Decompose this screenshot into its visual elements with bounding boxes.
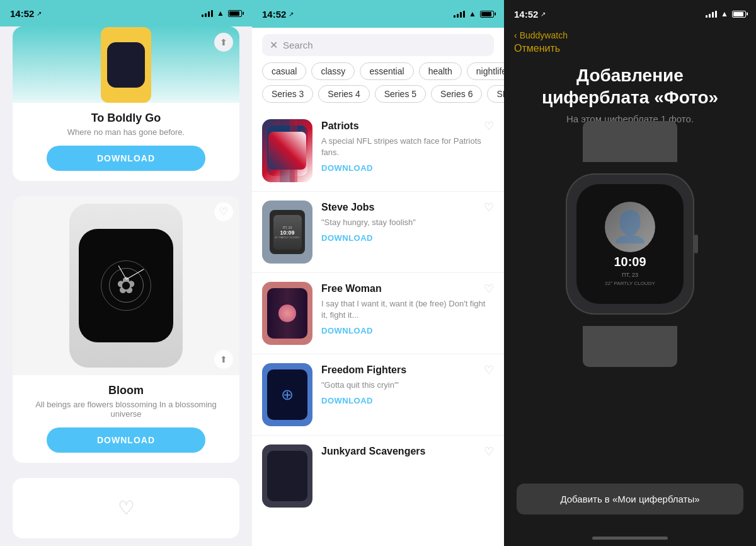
watch-face-small-1 [107, 42, 145, 88]
status-bar-1: 14:52 ↗ ▲ [0, 0, 252, 26]
watch-list: Patriots ♡ A special NFL stripes watch f… [252, 110, 504, 546]
download-button-1[interactable]: DOWNLOAD [47, 146, 205, 171]
jobs-time: 10:09 [280, 229, 294, 236]
tag-series6[interactable]: Series 6 [431, 85, 482, 103]
watch-thumb-freewoman [262, 282, 312, 345]
heart-icon-freewoman[interactable]: ♡ [484, 282, 494, 296]
tag-essential[interactable]: essential [360, 62, 413, 80]
wifi-icon-1: ▲ [217, 9, 224, 18]
time-display-2: 14:52 [262, 9, 286, 20]
cancel-button[interactable]: Отменить [504, 37, 570, 60]
watch-bloom-face: ✿ [79, 229, 173, 342]
search-bar[interactable]: ✕ Search [262, 34, 494, 56]
heart-icon-patriots[interactable]: ♡ [484, 119, 494, 133]
status-bar-3: 14:52 ↗ ▲ [504, 0, 756, 28]
card-bloom: ✿ ♡ ⬆ Bloom All beings are flowers bloss… [13, 196, 239, 463]
watch-item-junkyard: Junkyard Scavengers ♡ [252, 436, 504, 516]
watch-time-display: 10:09 [614, 255, 646, 269]
heart-icon-junkyard[interactable]: ♡ [484, 444, 494, 458]
freedom-download-btn[interactable]: DOWNLOAD [321, 396, 494, 405]
freedom-icon: ⊕ [281, 386, 294, 404]
watch-info-jobs: Steve Jobs ♡ "Stay hungry, stay foolish"… [321, 200, 494, 243]
status-time-1: 14:52 ↗ [10, 8, 42, 19]
tag-health[interactable]: health [419, 62, 462, 80]
watch-item-freedom-fighters: ⊕ Freedom Fighters ♡ "Gotta quit this cr… [252, 354, 504, 436]
signal-icon-2 [454, 11, 465, 18]
card3-heart: ♡ [118, 497, 135, 519]
tag-series3[interactable]: Series 3 [262, 85, 313, 103]
watch-preview-container: 👤 10:09 ПТ, 23 22° PARTLY CLOUDY [561, 156, 699, 332]
junkyard-header: Junkyard Scavengers ♡ [321, 444, 494, 458]
jobs-face: ПТ, 23 10:09 22° PARTLY CLOUDY [270, 210, 305, 254]
watch-date-display: ПТ, 23 [622, 272, 638, 278]
jobs-header: Steve Jobs ♡ [321, 200, 494, 214]
wifi-icon-3: ▲ [721, 9, 728, 18]
close-icon[interactable]: ✕ [270, 39, 278, 51]
home-indicator [592, 537, 668, 540]
watch-item-steve-jobs: ПТ, 23 10:09 22° PARTLY CLOUDY Steve Job… [252, 192, 504, 273]
jobs-weather: 22° PARTLY CLOUDY [275, 236, 300, 239]
bloom-pattern: ✿ [94, 254, 158, 317]
patriots-title: Patriots [321, 120, 359, 132]
watch-thumb-freedom: ⊕ [262, 363, 312, 426]
panel-watch-app: 14:52 ↗ ▲ ⬆ To Boldly Go Where no man ha… [0, 0, 252, 546]
patriots-desc: A special NFL stripes watch face for Pat… [321, 136, 494, 158]
watch-thumb-patriots [262, 119, 312, 182]
status-3-left: 14:52 ↗ [514, 9, 546, 20]
watch-info-junkyard: Junkyard Scavengers ♡ [321, 444, 494, 458]
heart-icon-jobs[interactable]: ♡ [484, 200, 494, 214]
share-button-2[interactable]: ⬆ [214, 350, 233, 369]
share-button-1[interactable]: ⬆ [214, 33, 233, 52]
status-bar-2: 14:52 ↗ ▲ [252, 0, 504, 28]
freewoman-header: Free Woman ♡ [321, 282, 494, 296]
tag-series5[interactable]: Series 5 [375, 85, 426, 103]
add-to-watchfaces-button[interactable]: Добавить в «Мои циферблаты» [517, 484, 743, 514]
card1-subtitle: Where no man has gone before. [55, 127, 197, 137]
watch-band-bottom [583, 326, 677, 367]
status-time-2: 14:52 ↗ [262, 9, 294, 20]
status-icons-3: ▲ [706, 9, 746, 18]
card2-subtitle: All beings are flowers blossoming In a b… [13, 400, 239, 419]
freewoman-overlay [262, 282, 312, 345]
watch-item-patriots: Patriots ♡ A special NFL stripes watch f… [252, 110, 504, 192]
watch-bloom-body: ✿ [69, 204, 183, 368]
tags-row-2: Series 3 Series 4 Series 5 Series 6 SE [252, 85, 504, 110]
tag-nightlife[interactable]: nightlife [467, 62, 504, 80]
favorite-button-2[interactable]: ♡ [214, 202, 233, 221]
tag-se[interactable]: SE [487, 85, 504, 103]
patriots-download-btn[interactable]: DOWNLOAD [321, 163, 494, 173]
freedom-desc: "Gotta quit this cryin'" [321, 380, 494, 391]
card1-image: ⬆ [13, 26, 239, 103]
jobs-download-btn[interactable]: DOWNLOAD [321, 233, 494, 243]
cancel-area: Отменить [504, 43, 756, 54]
watch-face-photo: 👤 10:09 ПТ, 23 22° PARTLY CLOUDY [576, 184, 684, 304]
junkyard-title: Junkyard Scavengers [321, 446, 425, 457]
tag-series4[interactable]: Series 4 [318, 85, 369, 103]
tag-classy[interactable]: classy [311, 62, 355, 80]
freedom-title: Freedom Fighters [321, 364, 406, 376]
card-partial-3: ♡ [13, 478, 239, 538]
jobs-title: Steve Jobs [321, 202, 374, 213]
tag-casual[interactable]: casual [262, 62, 306, 80]
battery-icon-1 [228, 10, 242, 17]
jobs-desc: "Stay hungry, stay foolish" [321, 217, 494, 228]
watch-info-freewoman: Free Woman ♡ I say that I want it, want … [321, 282, 494, 335]
download-button-2[interactable]: DOWNLOAD [47, 427, 205, 453]
time-display-1: 14:52 [10, 8, 34, 19]
heart-icon-freedom[interactable]: ♡ [484, 363, 494, 377]
wifi-icon-2: ▲ [469, 9, 476, 18]
tags-row-1: casual classy essential health nightlife [252, 62, 504, 85]
freewoman-title: Free Woman [321, 283, 382, 294]
freewoman-desc: I say that I want it, want it (be free) … [321, 298, 494, 321]
status-icons-2: ▲ [454, 9, 494, 18]
card3-content: ♡ [118, 478, 135, 538]
freewoman-download-btn[interactable]: DOWNLOAD [321, 326, 494, 335]
watch-crown [694, 235, 698, 253]
watch-weather-display: 22° PARTLY CLOUDY [605, 281, 655, 286]
battery-icon-3 [732, 11, 746, 18]
bloom-ring-2 [109, 268, 144, 303]
panel-add-watchface: 14:52 ↗ ▲ ‹ Buddywatch Отменить Доба [504, 0, 756, 546]
search-input[interactable]: Search [283, 40, 313, 50]
patriots-header: Patriots ♡ [321, 119, 494, 133]
card2-title: Bloom [108, 384, 144, 397]
